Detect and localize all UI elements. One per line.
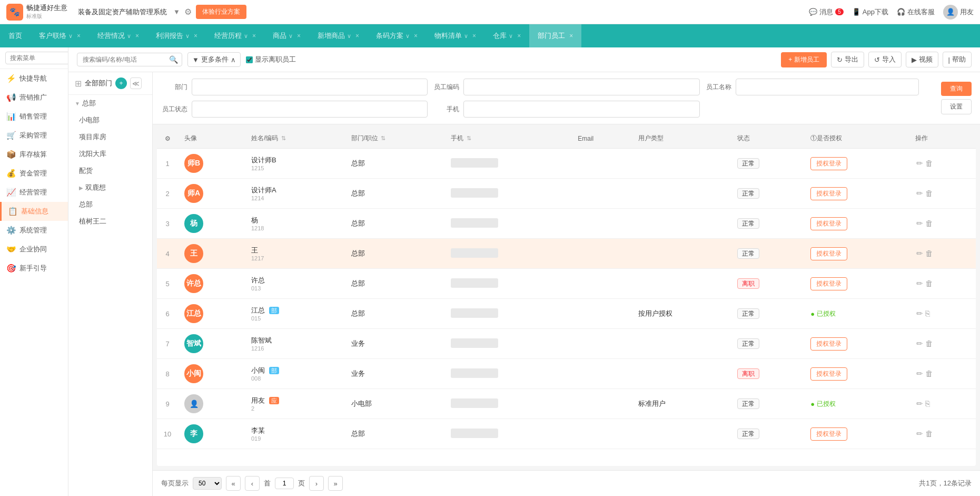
- filter-more-btn[interactable]: ▼ 更多条件 ∧: [187, 52, 241, 67]
- filter-dept-select[interactable]: [192, 79, 428, 95]
- user-btn[interactable]: 👤 用友: [943, 5, 974, 20]
- auth-btn[interactable]: 授权登录: [810, 187, 847, 200]
- edit-btn[interactable]: ✏: [916, 369, 923, 378]
- page-number-input[interactable]: [275, 478, 294, 489]
- edit-btn[interactable]: ✏: [916, 249, 923, 258]
- dept-node-root[interactable]: ▼ 总部: [68, 95, 152, 112]
- edit-btn[interactable]: ✏: [916, 219, 923, 228]
- col-dept[interactable]: 部门/职位 ⇅: [345, 129, 445, 149]
- first-page-btn[interactable]: «: [226, 476, 241, 491]
- sidebar-item-system[interactable]: ⚙️ 系统管理: [0, 221, 68, 240]
- auth-btn[interactable]: 授权登录: [810, 247, 847, 260]
- dept-collapse-btn[interactable]: ≪: [130, 77, 142, 89]
- last-page-btn[interactable]: »: [328, 476, 343, 491]
- filter-empcode-input[interactable]: [463, 79, 699, 95]
- delete-btn[interactable]: 🗑: [925, 249, 933, 258]
- edit-btn[interactable]: ✏: [916, 339, 923, 348]
- tab-warehouse-close[interactable]: ×: [517, 32, 521, 40]
- filter-status-select[interactable]: [192, 101, 428, 118]
- sidebar-item-purchase[interactable]: 🛒 采购管理: [0, 126, 68, 145]
- tab-customer-close[interactable]: ×: [77, 32, 81, 40]
- dept-add-btn[interactable]: +: [115, 77, 127, 89]
- tab-history[interactable]: 经营历程∨×: [206, 24, 264, 47]
- dept-node-zongbu[interactable]: 总部: [68, 196, 152, 213]
- delete-btn[interactable]: ⎘: [925, 399, 930, 408]
- tab-barcode-close[interactable]: ×: [414, 32, 418, 40]
- sidebar-item-guide[interactable]: 🎯 新手引导: [0, 259, 68, 278]
- add-employee-btn[interactable]: + 新增员工: [781, 52, 826, 67]
- sidebar-item-sales[interactable]: 📊 销售管理: [0, 107, 68, 126]
- dept-node-project[interactable]: 项目库房: [68, 129, 152, 145]
- edit-btn[interactable]: ✏: [916, 279, 923, 288]
- search-input[interactable]: [77, 53, 182, 66]
- dept-node-shenyang[interactable]: 沈阳大库: [68, 145, 152, 162]
- settings-icon[interactable]: ⚙: [184, 7, 192, 17]
- search-btn[interactable]: 查询: [941, 82, 972, 96]
- edit-btn[interactable]: ✏: [916, 399, 923, 408]
- auth-btn[interactable]: 授权登录: [810, 337, 847, 351]
- edit-btn[interactable]: ✏: [916, 309, 923, 318]
- edit-btn[interactable]: ✏: [916, 189, 923, 198]
- tab-profit-close[interactable]: ×: [194, 32, 197, 40]
- system-dropdown-icon[interactable]: ▼: [173, 8, 180, 16]
- help-btn[interactable]: | 帮助: [943, 52, 972, 67]
- auth-btn[interactable]: 授权登录: [810, 217, 847, 230]
- delete-btn[interactable]: ⎘: [925, 309, 930, 318]
- filter-empname-input[interactable]: [736, 79, 919, 95]
- delete-btn[interactable]: 🗑: [925, 339, 933, 348]
- auth-btn[interactable]: 授权登录: [810, 277, 847, 290]
- show-resigned-label[interactable]: 显示离职员工: [246, 55, 296, 64]
- sidebar-item-mgmt[interactable]: 📈 经营管理: [0, 183, 68, 202]
- delete-btn[interactable]: 🗑: [925, 279, 933, 288]
- dept-node-shuanglu[interactable]: ▶ 双鹿想: [68, 179, 152, 196]
- delete-btn[interactable]: 🗑: [925, 219, 933, 228]
- sidebar-search-input[interactable]: [5, 52, 68, 64]
- sidebar-item-inventory[interactable]: 📦 库存核算: [0, 145, 68, 164]
- tab-bom-close[interactable]: ×: [472, 32, 476, 40]
- tab-profit[interactable]: 利润报告∨×: [147, 24, 206, 47]
- tab-barcode[interactable]: 条码方案∨×: [368, 24, 426, 47]
- auth-btn[interactable]: 授权登录: [810, 427, 847, 441]
- edit-btn[interactable]: ✏: [916, 429, 923, 438]
- sidebar-item-quicknav[interactable]: ⚡ 快捷导航: [0, 69, 68, 88]
- tab-operations[interactable]: 经营情况∨×: [89, 24, 147, 47]
- col-settings[interactable]: ⚙: [157, 129, 178, 149]
- dept-node-zhishu[interactable]: 植树王二: [68, 213, 152, 230]
- trial-btn[interactable]: 体验行业方案: [196, 5, 246, 19]
- tab-customer[interactable]: 客户联络∨×: [31, 24, 89, 47]
- export-btn[interactable]: ↻ 导出: [831, 52, 864, 67]
- next-page-btn[interactable]: ›: [309, 476, 324, 491]
- message-btn[interactable]: 💬 消息 5: [809, 7, 844, 17]
- tab-home[interactable]: 首页: [0, 24, 31, 47]
- col-name[interactable]: 姓名/编码 ⇅: [245, 129, 345, 149]
- prev-page-btn[interactable]: ‹: [245, 476, 260, 491]
- reset-btn[interactable]: 设置: [941, 99, 972, 114]
- tab-new-goods[interactable]: 新增商品∨×: [309, 24, 368, 47]
- view-btn[interactable]: ▶ 视频: [906, 52, 938, 67]
- tab-employees-close[interactable]: ×: [569, 32, 573, 40]
- tab-goods-close[interactable]: ×: [297, 32, 301, 40]
- tab-bom[interactable]: 物料清单∨×: [426, 24, 484, 47]
- sidebar-item-finance[interactable]: 💰 资金管理: [0, 164, 68, 183]
- filter-phone-input[interactable]: [463, 101, 699, 118]
- dept-node-xiaodian[interactable]: 小电部: [68, 112, 152, 129]
- delete-btn[interactable]: 🗑: [925, 159, 933, 168]
- tab-ops-close[interactable]: ×: [135, 32, 139, 40]
- sidebar-item-basic[interactable]: 📋 基础信息: [0, 202, 68, 221]
- tab-history-close[interactable]: ×: [252, 32, 256, 40]
- auth-btn[interactable]: 授权登录: [810, 157, 847, 170]
- delete-btn[interactable]: 🗑: [925, 189, 933, 198]
- page-size-select[interactable]: 50 20 100: [193, 477, 222, 490]
- col-phone[interactable]: 手机 ⇅: [444, 129, 571, 149]
- sidebar-item-marketing[interactable]: 📢 营销推广: [0, 88, 68, 107]
- delete-btn[interactable]: 🗑: [925, 369, 933, 378]
- tab-employees[interactable]: 部门员工×: [529, 24, 581, 47]
- auth-btn[interactable]: 授权登录: [810, 367, 847, 381]
- online-service-btn[interactable]: 🎧 在线客服: [897, 7, 935, 17]
- app-download-btn[interactable]: 📱 App下载: [852, 7, 888, 17]
- tab-goods[interactable]: 商品∨×: [264, 24, 309, 47]
- sidebar-item-collab[interactable]: 🤝 企业协同: [0, 240, 68, 259]
- tab-new-goods-close[interactable]: ×: [355, 32, 359, 40]
- dept-node-peihuo[interactable]: 配货: [68, 162, 152, 179]
- edit-btn[interactable]: ✏: [916, 159, 923, 168]
